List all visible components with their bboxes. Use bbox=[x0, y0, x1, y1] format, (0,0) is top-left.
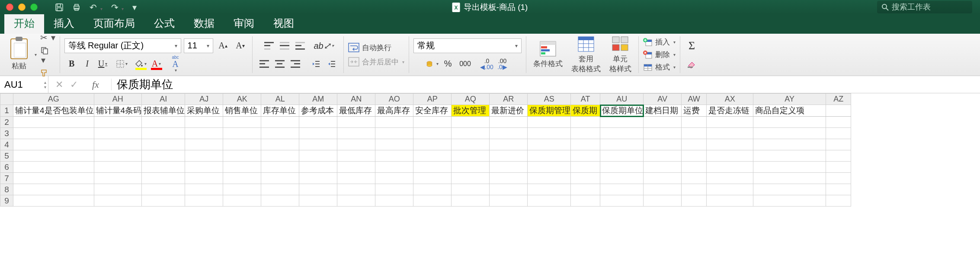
cell-AM5[interactable] bbox=[299, 150, 337, 162]
cell-AY3[interactable] bbox=[753, 128, 826, 139]
row-header-9[interactable]: 9 bbox=[0, 195, 13, 207]
cell-AY9[interactable] bbox=[753, 195, 826, 207]
increase-decimal-button[interactable]: .0◀.00 bbox=[480, 57, 494, 71]
cell-AK7[interactable] bbox=[223, 173, 261, 184]
cell-AQ1[interactable]: 批次管理 bbox=[452, 105, 490, 117]
cell-AO9[interactable] bbox=[375, 195, 413, 207]
bold-button[interactable]: B bbox=[64, 57, 79, 71]
cell-AU3[interactable] bbox=[600, 128, 644, 139]
cell-AX1[interactable]: 是否走冻链 bbox=[707, 105, 753, 117]
tab-formulas[interactable]: 公式 bbox=[144, 13, 184, 34]
cell-AV4[interactable] bbox=[644, 139, 682, 150]
cell-AT7[interactable] bbox=[571, 173, 600, 184]
cell-AX8[interactable] bbox=[707, 184, 753, 195]
row-header-4[interactable]: 4 bbox=[0, 139, 13, 150]
col-header-AN[interactable]: AN bbox=[337, 94, 375, 105]
format-cells-button[interactable]: 格式▾ bbox=[643, 62, 676, 72]
cell-AS3[interactable] bbox=[528, 128, 571, 139]
cell-AI9[interactable] bbox=[142, 195, 185, 207]
cell-AI1[interactable]: 报表辅单位 bbox=[142, 105, 185, 117]
cell-AR9[interactable] bbox=[490, 195, 528, 207]
clear-button[interactable] bbox=[685, 57, 699, 71]
increase-font-button[interactable]: A▴ bbox=[216, 38, 231, 53]
cell-AU2[interactable] bbox=[600, 117, 644, 128]
close-window-button[interactable] bbox=[6, 3, 13, 11]
cell-AN2[interactable] bbox=[337, 117, 375, 128]
cell-AN5[interactable] bbox=[337, 150, 375, 162]
tab-data[interactable]: 数据 bbox=[184, 13, 224, 34]
cut-button[interactable]: ✂ ▾ bbox=[40, 32, 55, 43]
col-header-AP[interactable]: AP bbox=[413, 94, 452, 105]
cell-AW7[interactable] bbox=[682, 173, 707, 184]
cell-AL4[interactable] bbox=[261, 139, 299, 150]
cell-AH2[interactable] bbox=[94, 117, 142, 128]
paste-dropdown[interactable]: ▾ bbox=[35, 52, 37, 57]
cell-AZ8[interactable] bbox=[826, 184, 851, 195]
cell-AU8[interactable] bbox=[600, 184, 644, 195]
cell-AT4[interactable] bbox=[571, 139, 600, 150]
cell-AQ3[interactable] bbox=[452, 128, 490, 139]
col-header-AQ[interactable]: AQ bbox=[452, 94, 490, 105]
cell-AS6[interactable] bbox=[528, 162, 571, 173]
undo-button[interactable]: ↶ ▾ bbox=[90, 2, 102, 13]
cell-AR8[interactable] bbox=[490, 184, 528, 195]
tab-page-layout[interactable]: 页面布局 bbox=[84, 13, 144, 34]
search-sheet-box[interactable] bbox=[877, 1, 972, 13]
select-all-corner[interactable] bbox=[0, 94, 13, 105]
cell-AL7[interactable] bbox=[261, 173, 299, 184]
cell-AK6[interactable] bbox=[223, 162, 261, 173]
col-header-AU[interactable]: AU bbox=[600, 94, 644, 105]
cell-AO2[interactable] bbox=[375, 117, 413, 128]
cell-AO4[interactable] bbox=[375, 139, 413, 150]
cell-AM1[interactable]: 参考成本 bbox=[299, 105, 337, 117]
cell-AR3[interactable] bbox=[490, 128, 528, 139]
cell-AU1[interactable]: 保质期单位 bbox=[600, 105, 644, 117]
cell-AV1[interactable]: 建档日期 bbox=[644, 105, 682, 117]
cell-AM8[interactable] bbox=[299, 184, 337, 195]
cell-AL5[interactable] bbox=[261, 150, 299, 162]
cell-AK4[interactable] bbox=[223, 139, 261, 150]
cell-AO8[interactable] bbox=[375, 184, 413, 195]
col-header-AM[interactable]: AM bbox=[299, 94, 337, 105]
cell-AS2[interactable] bbox=[528, 117, 571, 128]
align-top-button[interactable] bbox=[262, 38, 276, 53]
align-right-button[interactable] bbox=[288, 57, 303, 71]
cell-AH1[interactable]: 辅计量4条码 bbox=[94, 105, 142, 117]
align-bottom-button[interactable] bbox=[293, 38, 307, 53]
cell-AN1[interactable]: 最低库存 bbox=[337, 105, 375, 117]
cell-AU7[interactable] bbox=[600, 173, 644, 184]
cell-AJ9[interactable] bbox=[185, 195, 223, 207]
cell-AX6[interactable] bbox=[707, 162, 753, 173]
merge-center-button[interactable]: 合并后居中 ▾ bbox=[348, 57, 404, 67]
cell-AX2[interactable] bbox=[707, 117, 753, 128]
print-icon[interactable] bbox=[72, 3, 81, 12]
cell-AN7[interactable] bbox=[337, 173, 375, 184]
cell-AI6[interactable] bbox=[142, 162, 185, 173]
col-header-AX[interactable]: AX bbox=[707, 94, 753, 105]
cell-AH4[interactable] bbox=[94, 139, 142, 150]
cell-AN6[interactable] bbox=[337, 162, 375, 173]
decrease-decimal-button[interactable]: .00.0▶ bbox=[495, 57, 510, 71]
cell-AH7[interactable] bbox=[94, 173, 142, 184]
col-header-AS[interactable]: AS bbox=[528, 94, 571, 105]
cell-AT9[interactable] bbox=[571, 195, 600, 207]
col-header-AG[interactable]: AG bbox=[13, 94, 94, 105]
cell-AJ8[interactable] bbox=[185, 184, 223, 195]
cell-AZ4[interactable] bbox=[826, 139, 851, 150]
cell-AJ3[interactable] bbox=[185, 128, 223, 139]
cell-AH8[interactable] bbox=[94, 184, 142, 195]
cell-AT1[interactable]: 保质期 bbox=[571, 105, 600, 117]
tab-home[interactable]: 开始 bbox=[4, 13, 44, 34]
cell-AH6[interactable] bbox=[94, 162, 142, 173]
cell-AU6[interactable] bbox=[600, 162, 644, 173]
cell-AW3[interactable] bbox=[682, 128, 707, 139]
cell-AI4[interactable] bbox=[142, 139, 185, 150]
cell-AP7[interactable] bbox=[413, 173, 452, 184]
cell-AU9[interactable] bbox=[600, 195, 644, 207]
align-left-button[interactable] bbox=[257, 57, 272, 71]
cell-AG5[interactable] bbox=[13, 150, 94, 162]
align-center-button[interactable] bbox=[272, 57, 287, 71]
cell-AO6[interactable] bbox=[375, 162, 413, 173]
wrap-text-button[interactable]: 自动换行 bbox=[348, 43, 391, 53]
cell-AJ2[interactable] bbox=[185, 117, 223, 128]
